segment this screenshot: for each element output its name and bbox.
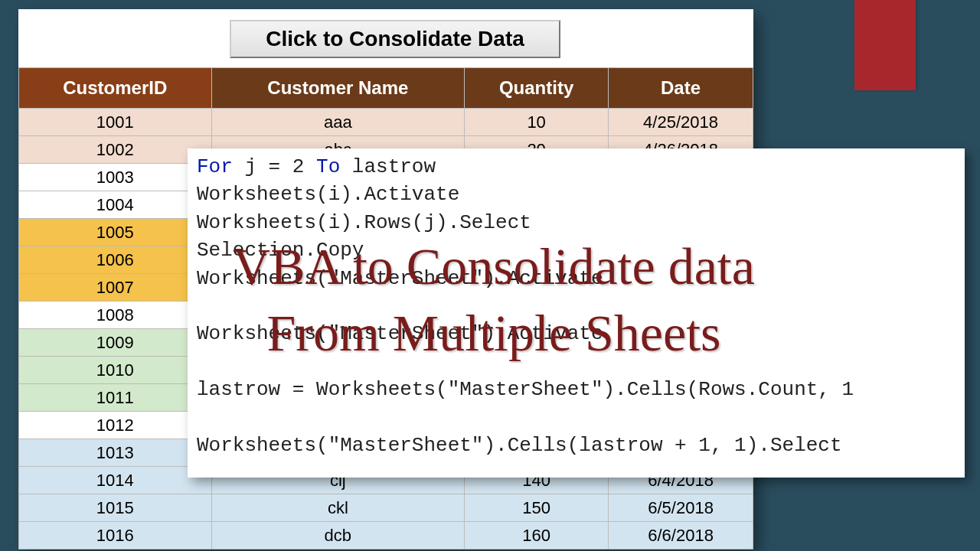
table-row[interactable]: 1015ckl1506/5/2018 xyxy=(19,494,753,522)
table-row[interactable]: 1016dcb1606/6/2018 xyxy=(19,522,753,549)
cell-id[interactable]: 1007 xyxy=(19,274,212,302)
accent-red-block xyxy=(854,0,916,90)
code-line: Worksheets(i).Rows(j).Select xyxy=(197,211,531,234)
cell-date[interactable]: 6/6/2018 xyxy=(609,522,753,549)
cell-id[interactable]: 1010 xyxy=(19,357,212,384)
cell-id[interactable]: 1014 xyxy=(19,467,212,494)
cell-name[interactable]: ckl xyxy=(211,494,465,522)
header-row: CustomerID Customer Name Quantity Date xyxy=(19,68,753,109)
cell-id[interactable]: 1006 xyxy=(19,246,212,274)
cell-id[interactable]: 1016 xyxy=(19,522,212,549)
consolidate-button[interactable]: Click to Consolidate Data xyxy=(230,20,560,58)
code-kw-for: For xyxy=(197,155,233,178)
cell-date[interactable]: 4/25/2018 xyxy=(609,109,753,136)
vba-code-panel: For j = 2 To lastrow Worksheets(i).Activ… xyxy=(188,148,965,478)
cell-name[interactable]: aaa xyxy=(211,109,465,136)
cell-id[interactable]: 1011 xyxy=(19,384,212,412)
code-line: Worksheets("MasterSheet").Activate xyxy=(197,267,603,290)
cell-qty[interactable]: 160 xyxy=(465,522,609,549)
cell-id[interactable]: 1003 xyxy=(19,164,212,191)
cell-id[interactable]: 1004 xyxy=(19,191,212,219)
cell-id[interactable]: 1008 xyxy=(19,302,212,329)
col-date[interactable]: Date xyxy=(609,68,753,109)
cell-qty[interactable]: 150 xyxy=(465,494,609,522)
code-text: lastrow xyxy=(340,155,436,178)
cell-id[interactable]: 1001 xyxy=(19,109,212,136)
code-line: Worksheets(i).Activate xyxy=(197,183,459,206)
table-row[interactable]: 1001aaa104/25/2018 xyxy=(19,109,753,136)
code-line: Selection.Copy xyxy=(197,239,364,262)
cell-qty[interactable]: 10 xyxy=(465,109,609,136)
cell-id[interactable]: 1012 xyxy=(19,412,212,439)
code-kw-to: To xyxy=(316,155,340,178)
cell-name[interactable]: dcb xyxy=(211,522,465,549)
cell-id[interactable]: 1005 xyxy=(19,219,212,246)
col-customerid[interactable]: CustomerID xyxy=(19,68,212,109)
code-text: j = 2 xyxy=(233,155,316,178)
cell-id[interactable]: 1009 xyxy=(19,329,212,357)
cell-id[interactable]: 1002 xyxy=(19,136,212,164)
code-line: Worksheets("MasterSheet").Activate xyxy=(197,322,603,345)
cell-date[interactable]: 6/5/2018 xyxy=(609,494,753,522)
col-quantity[interactable]: Quantity xyxy=(465,68,609,109)
code-line: Worksheets("MasterSheet").Cells(lastrow … xyxy=(197,434,842,457)
col-customername[interactable]: Customer Name xyxy=(211,68,465,109)
code-line: lastrow = Worksheets("MasterSheet").Cell… xyxy=(197,378,854,401)
cell-id[interactable]: 1015 xyxy=(19,494,212,522)
cell-id[interactable]: 1013 xyxy=(19,439,212,467)
